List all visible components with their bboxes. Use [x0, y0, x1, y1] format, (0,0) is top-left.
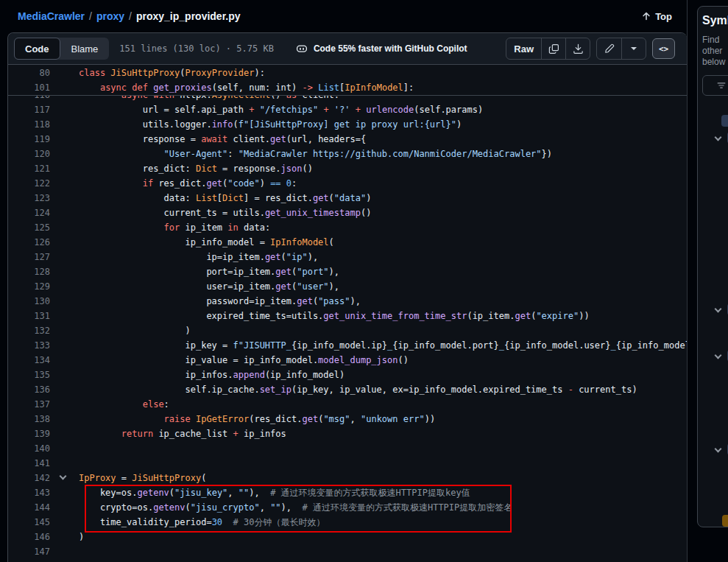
code-text: ip_info_model = IpInfoModel( [79, 235, 687, 250]
code-line: 127 ip=ip_item.get("ip"), [8, 250, 687, 264]
line-number[interactable]: 142 [8, 473, 50, 483]
tab-blame[interactable]: Blame [60, 38, 110, 60]
line-number[interactable]: 136 [8, 384, 50, 395]
line-number[interactable]: 147 [8, 547, 50, 557]
description-line: other [702, 46, 728, 57]
line-number[interactable]: 144 [8, 502, 50, 513]
code-line: 132 ) [8, 323, 687, 338]
line-number[interactable]: 145 [8, 517, 50, 527]
symbols-panel: Symbols Find other below [697, 6, 728, 527]
breadcrumb-folder-link[interactable]: proxy [96, 10, 124, 22]
tab-code[interactable]: Code [14, 38, 60, 60]
description-line: below [702, 57, 728, 68]
line-number[interactable]: 133 [8, 340, 50, 351]
code-line: 144 crypto=os.getenv("jisu_crypto", ""),… [8, 500, 687, 515]
symbols-toggle-button[interactable]: <> [652, 38, 675, 59]
code-text: "User-Agent": "MediaCrawler https://gith… [79, 147, 687, 161]
copy-button[interactable] [541, 38, 565, 59]
code-line: 139 return ip_cache_list + ip_infos [8, 426, 687, 441]
fold-gutter [50, 441, 79, 456]
line-number[interactable]: 138 [8, 414, 50, 424]
description-line: Find [702, 35, 728, 46]
chevron-down-icon[interactable] [715, 134, 722, 141]
line-number[interactable]: 119 [8, 134, 50, 144]
code-line: 135 ip_infos.append(ip_info_model) [8, 368, 687, 382]
line-number[interactable]: 130 [8, 296, 50, 306]
symbol-item[interactable] [698, 350, 728, 368]
fold-chevron-icon[interactable] [60, 473, 67, 480]
line-number[interactable]: 137 [8, 399, 50, 410]
fold-gutter [50, 500, 79, 515]
line-number[interactable]: 139 [8, 429, 50, 439]
fold-gutter [50, 515, 79, 530]
code-text: password=ip_item.get("pass"), [79, 294, 687, 309]
back-to-top-link[interactable]: Top [641, 11, 672, 22]
symbols-panel-title: Symbols [698, 7, 728, 27]
code-line: 121 res_dict: Dict = response.json() [8, 161, 687, 176]
fold-gutter [50, 132, 79, 147]
code-text: async def get_proxies(self, num: int) ->… [79, 80, 687, 95]
line-number[interactable]: 134 [8, 355, 50, 365]
fold-gutter [50, 353, 79, 368]
line-number[interactable]: 123 [8, 193, 50, 203]
line-number[interactable]: 141 [8, 458, 50, 468]
code-text: self.ip_cache.set_ip(ip_key, ip_value, e… [79, 382, 687, 397]
caret-down-icon [631, 47, 637, 50]
line-number[interactable]: 126 [8, 237, 50, 247]
code-lines: 116 async with httpx.AsyncClient() as cl… [8, 66, 687, 559]
code-line: 122 if res_dict.get("code") == 0: [8, 176, 687, 191]
code-text: user=ip_item.get("user"), [79, 279, 687, 294]
code-line: 145 time_validity_period=30 # 30分钟（最长时效） [8, 515, 687, 530]
line-number[interactable]: 143 [8, 488, 50, 498]
fold-gutter [50, 80, 79, 95]
fold-gutter [50, 220, 79, 235]
line-number[interactable]: 129 [8, 281, 50, 292]
code-line: 125 for ip_item in data: [8, 220, 687, 235]
line-number[interactable]: 128 [8, 267, 50, 277]
code-text: key=os.getenv("jisu_key", ""), # 通过环境变量的… [79, 485, 687, 500]
breadcrumb-repo-link[interactable]: MediaCrawler [18, 10, 85, 22]
symbol-item[interactable] [698, 443, 728, 461]
symbol-item[interactable] [698, 115, 728, 133]
code-text: ip_value = ip_info_model.model_dump_json… [79, 353, 687, 368]
line-number[interactable]: 140 [8, 443, 50, 454]
line-number[interactable]: 125 [8, 222, 50, 233]
chevron-down-icon[interactable] [715, 446, 722, 453]
symbol-item[interactable] [698, 132, 728, 150]
line-number[interactable]: 80 [8, 68, 50, 78]
line-number[interactable]: 146 [8, 532, 50, 542]
file-container: Code Blame 151 lines (130 loc) · 5.75 KB… [7, 32, 687, 562]
symbol-item[interactable] [698, 303, 728, 321]
edit-button[interactable] [597, 38, 621, 59]
line-number[interactable]: 122 [8, 178, 50, 189]
copilot-banner-text: Code 55% faster with GitHub Copilot [314, 43, 467, 54]
code-text: return ip_cache_list + ip_infos [79, 426, 687, 441]
line-number[interactable]: 131 [8, 311, 50, 321]
line-number[interactable]: 101 [8, 82, 50, 93]
chevron-down-icon[interactable] [715, 306, 722, 313]
line-number[interactable]: 120 [8, 149, 50, 159]
symbol-item[interactable] [698, 515, 728, 527]
raw-button[interactable]: Raw [506, 38, 541, 59]
code-line: 136 self.ip_cache.set_ip(ip_key, ip_valu… [8, 382, 687, 397]
line-number[interactable]: 121 [8, 164, 50, 174]
symbols-filter-input[interactable] [702, 75, 728, 96]
line-number[interactable]: 135 [8, 370, 50, 380]
code-line: 80class JiSuHttpProxy(ProxyProvider): [8, 66, 687, 80]
download-button[interactable] [565, 38, 590, 59]
line-number[interactable]: 117 [8, 105, 50, 115]
edit-dropdown-button[interactable] [621, 38, 646, 59]
code-text: ip_infos.append(ip_info_model) [79, 368, 687, 382]
fold-gutter [50, 368, 79, 382]
line-number[interactable]: 132 [8, 326, 50, 336]
fold-gutter [50, 323, 79, 338]
line-number[interactable]: 118 [8, 119, 50, 130]
code-line: 133 ip_key = f"JISUHTTP_{ip_info_model.i… [8, 338, 687, 353]
breadcrumb-bar: MediaCrawler / proxy / proxy_ip_provider… [0, 0, 687, 32]
chevron-down-icon[interactable] [715, 352, 722, 359]
code-text: ip=ip_item.get("ip"), [79, 250, 687, 264]
line-number[interactable]: 124 [8, 208, 50, 218]
line-number[interactable]: 127 [8, 252, 50, 262]
copilot-banner[interactable]: Code 55% faster with GitHub Copilot [296, 43, 467, 55]
code-line: 142IpProxy = JiSuHttpProxy( [8, 471, 687, 485]
